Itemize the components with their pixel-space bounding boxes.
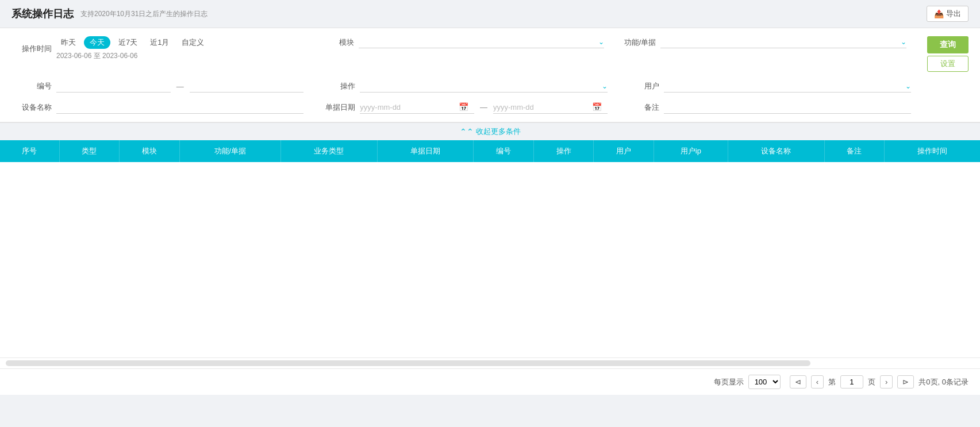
remark-input[interactable] [664,101,911,114]
time-filter-cell: 操作时间 昨天 今天 近7天 近1月 自定义 2023-06-06 至 2023… [11,36,302,61]
page-title: 系统操作日志 [11,7,74,21]
col-func: 功能/单据 [179,140,280,162]
code-label: 编号 [11,81,52,91]
per-page-select[interactable]: 100 10 20 50 200 [748,375,781,389]
op-filter-cell: 操作 ⌄ [315,80,607,93]
col-seq: 序号 [0,140,59,162]
module-chevron-icon: ⌄ [598,38,604,46]
calendar-start-icon[interactable]: 📅 [459,102,468,111]
page-total: 共0页, 0条记录 [918,377,969,387]
export-icon: 📤 [934,9,944,18]
data-table: 序号 类型 模块 功能/单据 业务类型 单据日期 编号 操作 用户 用户ip 设… [0,140,980,162]
export-button[interactable]: 📤 导出 [927,6,969,22]
collapse-label: 收起更多条件 [476,126,521,137]
col-user: 用户 [594,140,654,162]
time-filter-area: 昨天 今天 近7天 近1月 自定义 2023-06-06 至 2023-06-0… [56,36,209,61]
col-device: 设备名称 [728,140,824,162]
page-prefix: 第 [828,377,836,387]
time-buttons: 昨天 今天 近7天 近1月 自定义 [56,36,209,49]
module-filter-cell: 模块 ⌄ [314,36,605,48]
query-button[interactable]: 查询 [927,36,969,53]
user-select[interactable]: ⌄ [664,80,911,93]
page-header: 系统操作日志 支持2020年10月31日之后产生的操作日志 📤 导出 [0,0,980,28]
remark-filter-cell: 备注 [619,101,911,114]
collapse-icon: ⌃⌃ [460,127,474,136]
op-select[interactable]: ⌄ [360,80,607,93]
page-number-input[interactable] [840,375,863,388]
device-input[interactable] [56,101,303,114]
col-op: 操作 [533,140,593,162]
time-btn-7days[interactable]: 近7天 [114,36,142,49]
device-filter-cell: 设备名称 [11,101,303,114]
col-biz-type: 业务类型 [281,140,378,162]
code-end-input[interactable] [190,80,304,93]
export-label: 导出 [946,9,961,19]
op-chevron-icon: ⌄ [602,82,608,90]
time-btn-today[interactable]: 今天 [84,36,110,49]
settings-button[interactable]: 设置 [927,56,969,72]
prev-page-button[interactable]: ‹ [811,375,824,388]
module-select[interactable]: ⌄ [359,36,605,48]
device-label: 设备名称 [11,102,52,113]
user-filter-cell: 用户 ⌄ [619,80,911,93]
next-page-button[interactable]: › [880,375,893,388]
col-doc-date: 单据日期 [377,140,474,162]
first-page-button[interactable]: ⊲ [790,375,806,388]
date-end-input[interactable] [493,103,590,111]
pagination: 每页显示 100 10 20 50 200 ⊲ ‹ 第 页 › ⊳ 共0页, 0… [0,368,980,395]
op-label: 操作 [315,81,355,91]
per-page-label: 每页显示 [714,377,744,387]
table-wrap: 序号 类型 模块 功能/单据 业务类型 单据日期 编号 操作 用户 用户ip 设… [0,140,980,357]
page-subtitle: 支持2020年10月31日之后产生的操作日志 [80,9,207,19]
calendar-end-icon[interactable]: 📅 [592,102,602,111]
filter-area: 操作时间 昨天 今天 近7天 近1月 自定义 2023-06-06 至 2023… [0,28,980,122]
date-start-wrap: 📅 [360,101,474,114]
user-label: 用户 [619,81,659,91]
remark-label: 备注 [619,102,659,113]
col-type: 类型 [59,140,119,162]
func-label: 功能/单据 [616,37,656,48]
horizontal-scrollbar[interactable] [6,360,810,366]
time-btn-yesterday[interactable]: 昨天 [56,36,80,49]
user-chevron-icon: ⌄ [905,82,911,90]
collapse-bar[interactable]: ⌃⌃ 收起更多条件 [0,122,980,140]
func-chevron-icon: ⌄ [901,38,906,46]
empty-area [0,162,980,357]
table-header: 序号 类型 模块 功能/单据 业务类型 单据日期 编号 操作 用户 用户ip 设… [0,140,980,162]
time-btn-custom[interactable]: 自定义 [177,36,209,49]
date-start-input[interactable] [360,103,456,111]
col-user-ip: 用户ip [654,140,728,162]
module-label: 模块 [314,37,354,48]
date-end-wrap: 📅 [493,101,608,114]
time-range-text: 2023-06-06 至 2023-06-06 [56,51,209,61]
col-remark: 备注 [824,140,884,162]
scrollbar-area[interactable] [0,357,980,368]
col-code: 编号 [474,140,533,162]
page-suffix: 页 [868,377,875,387]
time-label: 操作时间 [11,44,52,54]
action-buttons: 查询 设置 [927,36,969,72]
code-filter-cell: 编号 — [11,80,303,93]
col-op-time: 操作时间 [884,140,980,162]
doc-date-label: 单据日期 [315,102,355,113]
doc-date-filter-cell: 单据日期 📅 — 📅 [315,101,607,114]
code-start-input[interactable] [56,80,171,93]
func-filter-cell: 功能/单据 ⌄ [616,36,906,48]
func-select[interactable]: ⌄ [660,36,906,48]
last-page-button[interactable]: ⊳ [897,375,914,388]
time-btn-1month[interactable]: 近1月 [145,36,174,49]
col-module: 模块 [120,140,179,162]
